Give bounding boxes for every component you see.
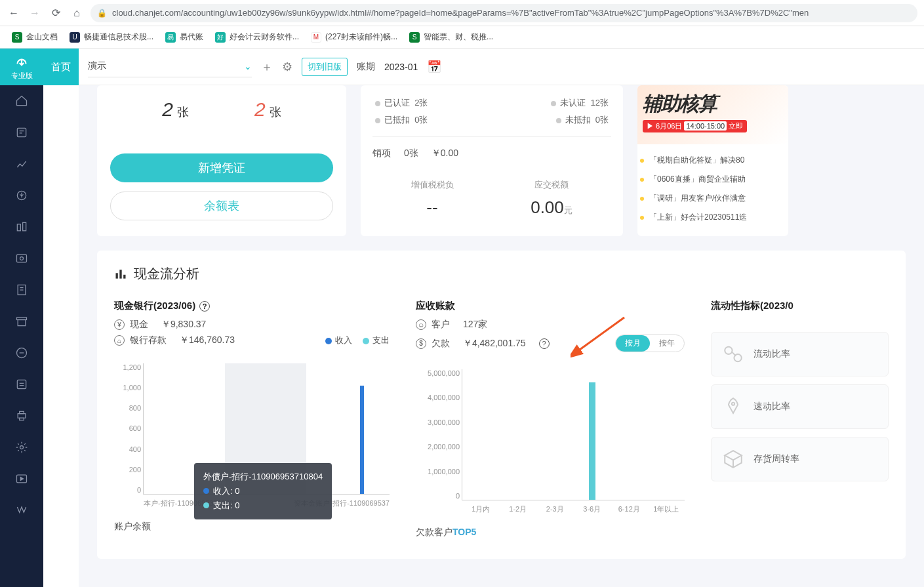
tab-home[interactable]: 首页 <box>43 49 79 85</box>
sidebar-item-vip[interactable] <box>0 495 43 526</box>
period-value: 2023-01 <box>384 62 418 72</box>
org-selector[interactable]: 演示 ⌄ <box>88 56 252 77</box>
sidebar-item-invoice[interactable] <box>0 274 43 306</box>
bank-icon: ⌂ <box>114 335 125 346</box>
sidebar-item-funds[interactable] <box>0 180 43 211</box>
voucher-count-a: 2 <box>162 98 173 120</box>
chart-x-axis: 1月内 1-2月 2-3月 3-6月 6-12月 1年以上 <box>462 504 685 514</box>
svg-rect-13 <box>20 418 24 420</box>
liquidity-block: 流动性指标(2023/0 流动比率 速动比率 存货周转率 <box>711 300 889 538</box>
voucher-count-b: 2 <box>254 98 266 120</box>
sidebar-item-settings[interactable] <box>0 432 43 463</box>
address-bar[interactable]: 🔒 cloud.chanjet.com/accounting/uw1eb00zy… <box>90 4 917 22</box>
bar-chart-icon <box>114 268 127 281</box>
chart-footer: 欠款客户TOP5 <box>416 527 685 538</box>
svg-rect-8 <box>18 320 26 326</box>
svg-point-14 <box>20 446 24 449</box>
promo-item[interactable]: 「调研」用友客户/伙伴满意 <box>637 189 788 208</box>
add-icon[interactable]: ＋ <box>261 59 273 75</box>
liquidity-item[interactable]: 速动比率 <box>711 384 889 429</box>
svg-point-21 <box>732 403 734 405</box>
period-toggle[interactable]: 按月按年 <box>615 334 685 352</box>
tax-summary-card: 已认证 2张 未认证 12张 已抵扣 0张 未抵扣 0张 销项 0张 ￥0.00 <box>361 85 623 236</box>
customer-count: 127家 <box>463 319 487 331</box>
svg-rect-3 <box>23 222 26 231</box>
bookmark-item[interactable]: U畅捷通信息技术股... <box>70 31 153 43</box>
browser-back-button[interactable]: ← <box>7 6 21 20</box>
svg-rect-0 <box>17 128 26 136</box>
svg-rect-2 <box>17 224 20 231</box>
logo-label: 专业版 <box>11 71 33 81</box>
sidebar-item-salary[interactable] <box>0 243 43 274</box>
voucher-summary-card: 2张 2张 新增凭证 余额表 <box>97 85 346 236</box>
help-icon[interactable]: ? <box>539 338 550 349</box>
chart-y-axis: 5,000,0004,000,0003,000,0002,000,0001,00… <box>414 369 460 500</box>
chart-y-axis: 1,2001,0008006004002000 <box>112 363 141 494</box>
browser-refresh-button[interactable]: ⟳ <box>49 6 63 20</box>
sidebar-item-voucher[interactable] <box>0 117 43 148</box>
sidebar-item-print[interactable] <box>0 400 43 432</box>
switch-old-version-button[interactable]: 切到旧版 <box>302 58 348 76</box>
bookmark-item[interactable]: 好好会计云财务软件... <box>215 31 299 43</box>
promo-item[interactable]: 「上新」好会计20230511迭 <box>637 208 788 227</box>
bookmark-item[interactable]: M(227封未读邮件)畅... <box>311 31 397 43</box>
sale-amount: ￥0.00 <box>432 148 458 159</box>
promo-item[interactable]: 「0606直播」商贸企业辅助 <box>637 170 788 189</box>
promo-banner[interactable]: 辅助核算 ▶ 6月06日 14:00-15:00 立即 <box>637 85 788 144</box>
bookmark-item[interactable]: S智能票、财、税推... <box>409 31 493 43</box>
sidebar-nav: 专业版 <box>0 49 43 587</box>
svg-point-5 <box>20 257 24 260</box>
promo-card: 辅助核算 ▶ 6月06日 14:00-15:00 立即 「税期自助化答疑」解决8… <box>637 85 788 236</box>
tax-burden-value: -- <box>372 197 492 218</box>
debt-icon: $ <box>416 338 426 349</box>
browser-forward-button[interactable]: → <box>28 6 42 20</box>
new-voucher-button[interactable]: 新增凭证 <box>110 153 333 182</box>
chart-footer: 账户余额 <box>114 521 390 533</box>
sidebar-item-video[interactable] <box>0 463 43 495</box>
ratio-icon <box>722 343 744 365</box>
top-toolbar: 演示 ⌄ ＋ ⚙ 切到旧版 账期 2023-01 📅 <box>79 49 924 85</box>
section-title: 现金流分析 <box>114 265 889 283</box>
promo-list: 「税期自助化答疑」解决80 「0606直播」商贸企业辅助 「调研」用友客户/伙伴… <box>637 151 788 227</box>
sale-count: 0张 <box>404 148 418 159</box>
svg-point-19 <box>725 347 732 354</box>
lock-icon: 🔒 <box>97 9 107 18</box>
sidebar-item-assets[interactable] <box>0 211 43 243</box>
sidebar-item-home[interactable] <box>0 85 43 117</box>
svg-rect-18 <box>123 274 125 278</box>
tax-payable-value: 0.00 <box>531 197 564 217</box>
sidebar-item-archive[interactable] <box>0 306 43 337</box>
liquidity-item[interactable]: 流动比率 <box>711 332 889 376</box>
receivables-block: 应收账款 ☺客户 127家 $欠款 ￥4,482,001.75 ? 按月按年 5… <box>416 300 685 538</box>
rocket-icon <box>722 395 744 418</box>
gear-icon[interactable]: ⚙ <box>282 60 292 74</box>
svg-rect-10 <box>17 380 26 388</box>
sidebar-item-report[interactable] <box>0 148 43 180</box>
org-name: 演示 <box>88 60 106 72</box>
tooltip-title: 外债户-招行-110906953710804 <box>203 470 323 484</box>
help-icon[interactable]: ? <box>199 301 210 312</box>
yen-icon: ¥ <box>114 319 125 330</box>
app-logo[interactable]: 专业版 <box>0 49 43 85</box>
balance-sheet-button[interactable]: 余额表 <box>110 192 333 220</box>
browser-home-button[interactable]: ⌂ <box>70 6 84 20</box>
bookmark-item[interactable]: 易易代账 <box>165 31 203 43</box>
svg-rect-4 <box>17 254 27 262</box>
sidebar-item-transfer[interactable] <box>0 369 43 400</box>
chevron-down-icon: ⌄ <box>244 61 252 71</box>
sidebar-item-tax[interactable] <box>0 337 43 369</box>
person-icon: ☺ <box>416 319 426 330</box>
bookmark-item[interactable]: S金山文档 <box>12 31 58 43</box>
calendar-icon[interactable]: 📅 <box>427 60 441 74</box>
receivables-chart[interactable]: 5,000,0004,000,0003,000,0002,000,0001,00… <box>462 369 685 500</box>
bookmarks-bar: S金山文档 U畅捷通信息技术股... 易易代账 好好会计云财务软件... M(2… <box>0 26 924 49</box>
chart-tooltip: 外债户-招行-110906953710804 收入: 0 支出: 0 <box>194 463 332 519</box>
svg-rect-12 <box>20 411 24 413</box>
svg-rect-17 <box>119 270 121 278</box>
page-tabs: 首页 <box>43 49 79 587</box>
box-icon <box>722 448 744 470</box>
deposit-value: ￥146,760.73 <box>180 334 235 346</box>
promo-item[interactable]: 「税期自助化答疑」解决80 <box>637 151 788 170</box>
liquidity-item[interactable]: 存货周转率 <box>711 437 889 481</box>
owe-value: ￥4,482,001.75 <box>463 338 526 350</box>
